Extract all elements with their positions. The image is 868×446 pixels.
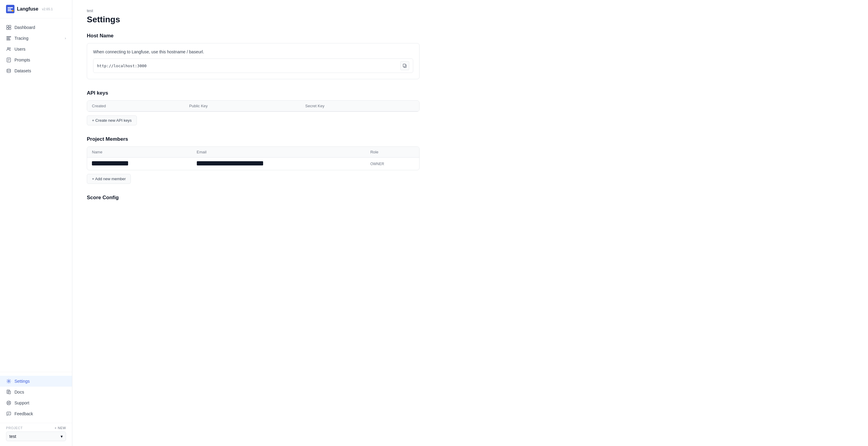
sidebar-item-label: Datasets bbox=[14, 68, 31, 73]
project-members-section-title: Project Members bbox=[87, 136, 420, 142]
page-title: Settings bbox=[87, 15, 420, 24]
sidebar-item-support[interactable]: Support bbox=[0, 397, 72, 408]
col-secret-key: Secret Key bbox=[301, 101, 419, 112]
sidebar-bottom-nav: Settings Docs bbox=[0, 372, 72, 423]
docs-icon bbox=[6, 389, 11, 395]
langfuse-logo-icon bbox=[6, 5, 14, 13]
settings-icon bbox=[6, 379, 11, 384]
member-email bbox=[192, 158, 366, 170]
api-keys-section: API keys Created Public Key Secret Key +… bbox=[87, 90, 420, 125]
col-email: Email bbox=[192, 147, 366, 158]
redacted-email bbox=[197, 161, 263, 165]
svg-rect-6 bbox=[9, 25, 11, 27]
main-nav: Dashboard Tracing › bbox=[0, 19, 72, 372]
svg-rect-38 bbox=[403, 64, 406, 67]
sidebar-item-feedback[interactable]: Feedback bbox=[0, 408, 72, 419]
sidebar-item-label: Prompts bbox=[14, 58, 30, 62]
svg-rect-3 bbox=[7, 10, 12, 11]
sidebar-item-docs[interactable]: Docs bbox=[0, 387, 72, 397]
svg-rect-2 bbox=[7, 9, 11, 10]
svg-line-29 bbox=[7, 402, 8, 403]
sidebar-item-tracing[interactable]: Tracing › bbox=[0, 33, 72, 44]
svg-rect-10 bbox=[7, 38, 10, 39]
app-version: v2.65.1 bbox=[42, 7, 53, 11]
project-name: test bbox=[9, 434, 16, 439]
sidebar-item-label: Settings bbox=[14, 379, 30, 384]
add-member-button[interactable]: + Add new member bbox=[87, 174, 131, 184]
sidebar-item-settings[interactable]: Settings bbox=[0, 376, 72, 387]
member-role: OWNER bbox=[366, 158, 419, 170]
svg-point-12 bbox=[7, 47, 9, 49]
api-keys-section-title: API keys bbox=[87, 90, 420, 96]
member-name bbox=[87, 158, 192, 170]
svg-point-13 bbox=[9, 47, 10, 49]
new-project-button[interactable]: + New bbox=[55, 426, 66, 430]
sidebar-item-label: Users bbox=[14, 47, 26, 52]
support-icon bbox=[6, 400, 11, 406]
col-public-key: Public Key bbox=[184, 101, 301, 112]
project-section: Project + New test ▾ bbox=[0, 423, 72, 446]
redacted-name bbox=[92, 161, 128, 165]
col-name: Name bbox=[87, 147, 192, 158]
sidebar-item-label: Docs bbox=[14, 390, 24, 394]
sidebar-item-label: Feedback bbox=[14, 411, 33, 416]
hostname-value: http://localhost:3000 bbox=[97, 64, 400, 68]
app-name: Langfuse bbox=[17, 6, 38, 12]
table-row: OWNER bbox=[87, 158, 419, 170]
sidebar-item-label: Tracing bbox=[14, 36, 28, 41]
svg-line-30 bbox=[10, 404, 10, 404]
api-keys-table: Created Public Key Secret Key bbox=[87, 100, 420, 112]
hostname-section-title: Host Name bbox=[87, 33, 420, 39]
sidebar-item-users[interactable]: Users bbox=[0, 44, 72, 55]
feedback-icon bbox=[6, 411, 11, 416]
sidebar: Langfuse v2.65.1 Dashboard bbox=[0, 0, 72, 446]
svg-rect-11 bbox=[7, 39, 10, 40]
create-api-keys-button[interactable]: + Create new API keys bbox=[87, 116, 137, 125]
hostname-card: When connecting to Langfuse, use this ho… bbox=[87, 43, 420, 79]
score-config-section: Score Config bbox=[87, 195, 420, 201]
main-content: test Settings Host Name When connecting … bbox=[72, 0, 868, 446]
project-selector-chevron-icon: ▾ bbox=[61, 434, 63, 439]
svg-point-18 bbox=[7, 69, 10, 70]
svg-rect-7 bbox=[7, 28, 8, 30]
svg-rect-5 bbox=[7, 25, 8, 27]
project-members-section: Project Members Name Email Role bbox=[87, 136, 420, 184]
svg-point-28 bbox=[8, 402, 10, 404]
svg-point-4 bbox=[12, 10, 13, 12]
svg-rect-33 bbox=[7, 412, 11, 415]
sidebar-item-dashboard[interactable]: Dashboard bbox=[0, 22, 72, 33]
svg-rect-24 bbox=[8, 391, 10, 394]
dashboard-icon bbox=[6, 25, 11, 30]
svg-rect-1 bbox=[7, 7, 13, 8]
tracing-chevron-icon: › bbox=[65, 36, 66, 40]
sidebar-item-label: Dashboard bbox=[14, 25, 35, 30]
breadcrumb: test bbox=[87, 8, 420, 13]
svg-rect-8 bbox=[9, 28, 11, 30]
col-created: Created bbox=[87, 101, 184, 112]
hostname-section: Host Name When connecting to Langfuse, u… bbox=[87, 33, 420, 79]
svg-rect-9 bbox=[7, 36, 11, 37]
project-label: Project + New bbox=[6, 426, 66, 430]
hostname-input-row: http://localhost:3000 bbox=[93, 59, 413, 73]
copy-icon bbox=[403, 64, 407, 68]
datasets-icon bbox=[6, 68, 11, 73]
sidebar-item-prompts[interactable]: Prompts bbox=[0, 55, 72, 65]
col-role: Role bbox=[366, 147, 419, 158]
project-selector[interactable]: test ▾ bbox=[6, 432, 66, 441]
sidebar-item-datasets[interactable]: Datasets bbox=[0, 65, 72, 76]
users-icon bbox=[6, 46, 11, 52]
hostname-description: When connecting to Langfuse, use this ho… bbox=[93, 50, 413, 54]
project-members-table: Name Email Role OWNER bbox=[87, 147, 420, 170]
prompts-icon bbox=[6, 57, 11, 63]
copy-hostname-button[interactable] bbox=[400, 61, 409, 70]
logo-area: Langfuse v2.65.1 bbox=[0, 0, 72, 19]
sidebar-item-label: Support bbox=[14, 401, 29, 405]
svg-point-19 bbox=[8, 381, 10, 382]
tracing-icon bbox=[6, 36, 11, 41]
score-config-title: Score Config bbox=[87, 195, 420, 201]
